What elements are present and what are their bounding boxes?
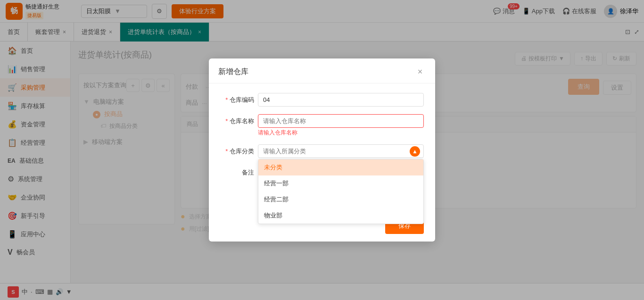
category-control: ▲ 未分类 经营一部 经营二部 物业部	[258, 144, 424, 158]
add-warehouse-dialog: 新增仓库 × 仓库编码 仓库名称 请输入仓库名称 仓库分类	[209, 58, 435, 242]
category-select-wrapper: ▲ 未分类 经营一部 经营二部 物业部	[258, 144, 424, 158]
code-label: 仓库编码	[220, 93, 258, 104]
dialog-close-button[interactable]: ×	[414, 66, 426, 77]
form-row-name: 仓库名称 请输入仓库名称	[220, 114, 424, 137]
dropdown-item-3[interactable]: 物业部	[258, 208, 423, 224]
name-input[interactable]	[258, 114, 424, 128]
dropdown-item-0[interactable]: 未分类	[258, 159, 423, 175]
category-dropdown: 未分类 经营一部 经营二部 物业部	[258, 159, 424, 224]
name-error-msg: 请输入仓库名称	[258, 129, 424, 137]
dialog-title: 新增仓库	[218, 67, 248, 77]
modal-overlay[interactable]: 新增仓库 × 仓库编码 仓库名称 请输入仓库名称 仓库分类	[0, 0, 644, 300]
name-control: 请输入仓库名称	[258, 114, 424, 137]
code-control	[258, 93, 424, 107]
category-input[interactable]	[258, 144, 424, 158]
dropdown-item-2[interactable]: 经营二部	[258, 192, 423, 208]
dialog-body: 仓库编码 仓库名称 请输入仓库名称 仓库分类 ▲	[209, 83, 435, 212]
dropdown-item-1[interactable]: 经营一部	[258, 175, 423, 192]
form-row-category: 仓库分类 ▲ 未分类 经营一部 经营二部 物业部	[220, 144, 424, 158]
code-input[interactable]	[258, 93, 424, 107]
dialog-header: 新增仓库 ×	[209, 58, 435, 83]
remark-label: 备注	[220, 166, 258, 177]
category-label: 仓库分类	[220, 144, 258, 156]
form-row-code: 仓库编码	[220, 93, 424, 107]
name-label: 仓库名称	[220, 114, 258, 125]
